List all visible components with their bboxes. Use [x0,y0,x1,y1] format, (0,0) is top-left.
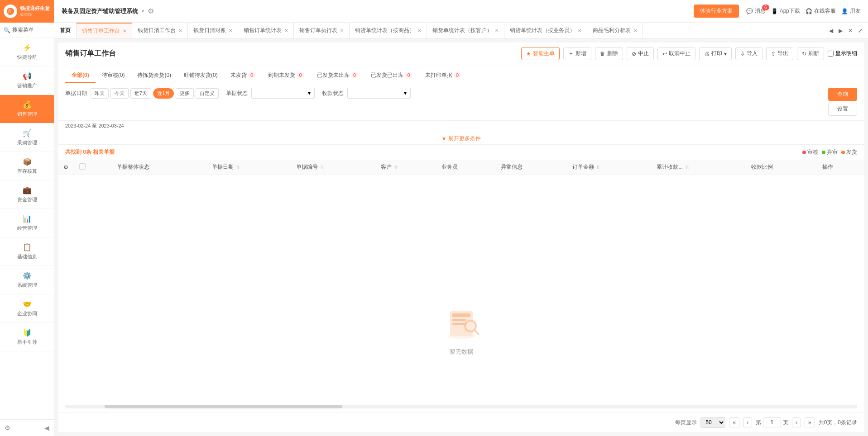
online-service-item[interactable]: 🎧 在线客服 [806,7,836,15]
date-btn-custom[interactable]: 自定义 [196,88,219,99]
th-number[interactable]: 单据编号 ⇅ [291,160,375,175]
user-item[interactable]: 👤 用友 [841,7,861,15]
sidebar-item-finance[interactable]: 💼 资金管理 [0,180,54,209]
tab-sales-product-close[interactable]: ✕ [417,28,421,33]
last-page-btn[interactable]: » [805,417,815,427]
sidebar-item-operations[interactable]: 📊 经营管理 [0,209,54,237]
quick-action-cancel-review[interactable]: 弃审 [822,148,838,156]
scroll-thumb[interactable] [105,405,342,408]
th-customer[interactable]: 客户 ⇅ [375,160,436,175]
tab-gross-margin[interactable]: 商品毛利分析表 ✕ [587,23,643,39]
tab-maximize[interactable]: ⤢ [856,27,864,35]
filter-tab-shipped-out[interactable]: 已发货已出库 0 [364,69,418,83]
select-all-checkbox[interactable] [79,163,86,170]
collapse-icon[interactable]: ◀ [44,424,49,431]
per-page-select[interactable]: 50 100 200 [700,417,725,428]
tab-sales-exec-close[interactable]: ✕ [340,28,344,33]
first-page-btn[interactable]: « [729,417,739,427]
print-btn[interactable]: 🖨 打印 ▾ [699,47,732,60]
quick-action-ship[interactable]: 发货 [841,148,857,156]
industry-btn[interactable]: 体验行业方案 [694,5,739,18]
filter-tab-pending-review[interactable]: 待审核(0) [96,69,131,83]
show-detail-checkbox[interactable] [828,51,834,57]
tab-cash-daily-close[interactable]: ✕ [178,28,182,33]
system-dropdown-arrow[interactable]: ▾ [142,9,144,14]
filter-tab-not-printed[interactable]: 未打印单据 0 [419,69,467,83]
date-btn-more[interactable]: 更多 [176,88,194,99]
date-btn-7days[interactable]: 近7天 [130,88,151,99]
prev-page-btn[interactable]: ‹ [743,417,752,427]
th-staff[interactable]: 业务员 [436,160,495,175]
tab-sales-stats[interactable]: 销售订单统计表 ✕ [238,23,294,39]
sidebar-search[interactable]: 🔍 搜索菜单 [0,23,54,38]
date-btn-1month[interactable]: 近1月 [153,88,174,99]
th-date[interactable]: 单据日期 ⇅ [206,160,291,175]
filter-tab-not-shipped[interactable]: 未发货 0 [224,69,262,83]
th-amount[interactable]: 订单金额 ⇅ [567,160,652,175]
filter-tab-all[interactable]: 全部(0) [65,69,96,83]
tab-close-all[interactable]: ✕ [846,27,854,35]
system-gear-icon[interactable]: ⚙ [148,7,154,15]
tab-sales-customer[interactable]: 销货单统计表（按客户） ✕ [427,23,504,39]
settings-bottom-icon[interactable]: ⚙ [5,424,10,431]
tab-home[interactable]: 首页 [54,23,77,39]
bill-status-select[interactable]: ▾ [251,88,315,99]
top-header: 装备及固定资产辅助管理系统 ▾ ⚙ 体验行业方案 💬 6 消息 📱 App下载 … [54,0,868,23]
next-page-btn[interactable]: › [792,417,801,427]
app-download-item[interactable]: 📱 App下载 [771,7,800,15]
quick-action-review[interactable]: 审核 [802,148,818,156]
sidebar-item-system[interactable]: ⚙️ 系统管理 [0,266,54,294]
tab-cash-daily[interactable]: 钱货日清工作台 ✕ [132,23,188,39]
tab-sales-staff[interactable]: 销货单统计表（按业务员） ✕ [504,23,587,39]
sidebar-item-base-info[interactable]: 📋 基础信息 [0,237,54,266]
inventory-icon: 📦 [23,157,32,166]
sidebar-item-purchase[interactable]: 🛒 采购管理 [0,123,54,152]
stop-btn[interactable]: ⊘ 中止 [627,47,654,60]
th-collected[interactable]: 累计收款... ⇅ [651,160,745,175]
filter-tab-wangpu[interactable]: 旺铺待发货(0) [177,69,224,83]
tab-scroll-right[interactable]: ▶ [837,27,844,35]
export-btn[interactable]: ⇧ 导出 [766,47,793,60]
tab-sales-staff-close[interactable]: ✕ [578,28,581,33]
tab-sales-workbench-close[interactable]: ✕ [123,28,126,33]
filter-tab-pending-inspect[interactable]: 待拣货验货(0) [131,69,177,83]
tab-sales-workbench[interactable]: 销售订单工作台 ✕ [77,23,132,39]
content-inner: 销售订单工作台 ★ 智能生单 ＋ 新增 🗑 删除 ⊘ [58,43,864,432]
tab-sales-product[interactable]: 销货单统计表（按商品） ✕ [350,23,427,39]
add-btn[interactable]: ＋ 新增 [563,47,591,60]
tab-sales-stats-close[interactable]: ✕ [284,28,288,33]
filter-tab-overdue[interactable]: 到期未发货 0 [262,69,310,83]
tab-cash-reconcile-close[interactable]: ✕ [229,28,232,33]
sidebar-item-sales[interactable]: 💰 销售管理 [0,95,54,123]
sidebar-item-marketing[interactable]: 📢 营销推广 [0,66,54,95]
sidebar-item-label: 新手引导 [17,339,37,346]
show-detail-checkbox-area[interactable]: 显示明细 [828,50,857,57]
cancel-stop-btn[interactable]: ↩ 取消中止 [657,47,695,60]
tab-gross-margin-close[interactable]: ✕ [633,28,637,33]
expand-row: ▼ 展开更多条件 [58,133,864,145]
column-settings-icon[interactable]: ⚙ [63,164,68,171]
sidebar-item-cooperation[interactable]: 🤝 企业协同 [0,294,54,323]
date-btn-yesterday[interactable]: 昨天 [91,88,109,99]
sidebar-item-quick-nav[interactable]: ⚡ 快捷导航 [0,38,54,66]
page-input[interactable] [763,417,781,427]
tab-scroll-left[interactable]: ◀ [827,27,835,35]
query-btn[interactable]: 查询 [828,88,857,101]
expand-btn[interactable]: ▼ 展开更多条件 [441,135,481,142]
refresh-btn[interactable]: ↻ 刷新 [797,47,824,60]
payment-status-select[interactable]: ▾ [347,88,411,99]
set-btn[interactable]: 设置 [828,103,857,116]
sidebar-item-guide[interactable]: 🔰 新手引导 [0,323,54,351]
horizontal-scrollbar[interactable] [65,405,857,408]
date-btn-today[interactable]: 今天 [110,88,129,99]
delete-btn[interactable]: 🗑 删除 [595,47,623,60]
tab-cash-reconcile[interactable]: 钱货日清对账 ✕ [188,23,238,39]
tab-sales-exec[interactable]: 销售订单执行表 ✕ [294,23,350,39]
page-title: 销售订单工作台 [65,49,116,58]
message-item[interactable]: 💬 6 消息 [746,7,766,15]
smart-btn[interactable]: ★ 智能生单 [521,47,560,60]
tab-sales-customer-close[interactable]: ✕ [495,28,499,33]
sidebar-item-inventory[interactable]: 📦 库存核算 [0,152,54,180]
filter-tab-shipped-not-out[interactable]: 已发货未出库 0 [311,69,364,83]
import-btn[interactable]: ⇩ 导入 [735,47,762,60]
